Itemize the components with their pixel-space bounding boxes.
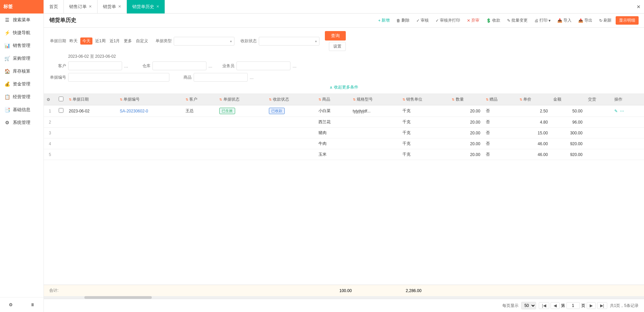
th-gift[interactable]: ⇅ 赠品 [483,94,517,105]
audit-print-button[interactable]: ✓ 审核并打印 [433,16,463,25]
th-doc-date[interactable]: ⇅ 单据日期 [66,94,117,105]
sidebar-item-sys-mgmt[interactable]: ⚙ 系统管理 [0,116,44,129]
doc-num-link[interactable]: SA-20230602-0 [120,109,148,113]
th-delivery-label: 交货 [588,97,596,102]
sort-icon-goods: ⇅ [318,98,321,101]
collect-button[interactable]: 💲 收款 [483,16,503,25]
th-qty[interactable]: ⇅ 数量 [449,94,483,105]
cell-checkbox [56,138,66,149]
goods-input[interactable] [194,73,248,82]
sidebar-item-finance[interactable]: 💰 资金管理 [0,78,44,90]
cell-delivery [585,117,612,128]
sort-icon-receipt: ⇅ [269,98,272,101]
batch-change-button[interactable]: ✎ 批量变更 [504,16,530,25]
audit-button[interactable]: ✓ 审核 [414,16,431,25]
query-button[interactable]: 查询 [325,31,346,41]
th-doc-num[interactable]: ⇅ 单据编号 [117,94,183,105]
sidebar-item-basic-info[interactable]: 📑 基础信息 [0,103,44,116]
sidebar-item-inventory[interactable]: 🏠 库存核算 [0,65,44,78]
tab-sales-order[interactable]: 销售订单 ✕ [64,0,97,14]
horizontal-scrollbar-track[interactable] [44,296,644,299]
page-size-select[interactable]: 50 [521,302,536,309]
sales-rep-dots[interactable]: ... [292,63,297,69]
new-button[interactable]: + 新增 [375,16,392,25]
tab-sales-delivery[interactable]: 销货单 ✕ [97,0,127,14]
customer-input[interactable] [68,61,122,70]
cell-unit: 千克 [400,138,449,149]
th-doc-num-label: 单据编号 [123,97,140,102]
customer-dots[interactable]: ... [124,63,128,69]
next-page-btn[interactable]: ▶ [587,302,596,309]
cell-spec: tyjyjtyjdf... [350,105,400,117]
sidebar-item-quick-nav[interactable]: ⚡ 快捷导航 [0,26,44,39]
cell-doc-num [117,149,183,160]
prev-page-btn[interactable]: ◀ [551,302,560,309]
collapse-button[interactable]: ∧ 收起更多条件 [49,84,639,90]
gear-icon[interactable]: ⚙ [47,97,50,102]
th-doc-status[interactable]: ⇅ 单据状态 [217,94,266,105]
th-goods[interactable]: ⇅ 商品 [316,94,350,105]
date-tab-last7[interactable]: 近1周 [94,37,107,45]
delete-icon: 🗑 [396,18,400,23]
date-tab-yesterday[interactable]: 昨天 [68,37,79,45]
row-checkbox[interactable] [59,108,63,113]
warehouse-input[interactable] [152,61,206,70]
goods-dots[interactable]: ... [250,75,254,80]
customer-filter: 客户 ... [49,61,128,70]
sidebar-item-operations[interactable]: 📋 经营管理 [0,90,44,103]
close-all-tabs-btn[interactable]: ✕ [637,4,641,9]
edit-op-btn[interactable]: ✎ [614,109,618,113]
abandon-button[interactable]: ✕ 弃审 [464,16,482,25]
th-customer[interactable]: ⇅ 客户 [183,94,217,105]
sidebar-item-purchase-mgmt[interactable]: 🛒 采购管理 [0,52,44,65]
print-button[interactable]: 🖨 打印 ▾ [532,16,553,25]
date-tab-custom[interactable]: 自定义 [135,37,149,45]
more-op-btn[interactable]: ⋯ [620,109,624,113]
sales-rep-input[interactable] [236,61,290,70]
doc-type-select[interactable] [174,37,234,46]
horizontal-scrollbar-thumb[interactable] [84,296,152,299]
cell-customer: 王总 [183,105,217,117]
warehouse-dots[interactable]: ... [208,63,213,69]
cell-qty: 20.00 [449,117,483,128]
import-button[interactable]: 📥 导入 [555,16,574,25]
th-receipt-status[interactable]: ⇅ 收款状态 [266,94,316,105]
logo-text: 标签 [3,4,13,10]
tab-sales-history[interactable]: 销货单历史 ✕ [127,0,165,14]
collapse-icon: ∧ [330,85,333,90]
sidebar-settings-btn[interactable]: ⚙ [7,300,15,309]
page-size-label: 每页显示 [502,303,519,309]
date-tab-last-month[interactable]: 近1月 [108,37,121,45]
cell-unit-price: 2.50 [517,105,551,117]
tab-sales-history-close[interactable]: ✕ [156,4,159,9]
refresh-button[interactable]: ↻ 刷新 [596,16,614,25]
set-button[interactable]: 设置 [329,42,346,51]
tab-home[interactable]: 首页 [44,0,64,14]
th-unit-price[interactable]: ⇅ 单价 [517,94,551,105]
delete-button[interactable]: 🗑 删除 [394,16,412,25]
show-detail-button[interactable]: 显示明细 [616,16,639,25]
page-nav: |◀ ◀ 第 页 ▶ ▶| [539,302,607,309]
cell-receipt-status [266,128,316,138]
date-tab-today[interactable]: 今天 [80,37,92,45]
th-unit[interactable]: ⇅ 销售单位 [400,94,449,105]
table-row: 2 西兰花 千克 20.00 否 4.80 96.00 [44,117,644,128]
page-input[interactable] [566,302,580,309]
tab-sales-delivery-close[interactable]: ✕ [118,4,121,9]
last-page-btn[interactable]: ▶| [597,302,607,309]
select-all-checkbox[interactable] [59,97,63,101]
th-spec[interactable]: ⇅ 规格型号 [350,94,400,105]
doc-num-input[interactable] [68,73,169,82]
receipt-status-select[interactable] [259,37,319,46]
sidebar-item-search-menu[interactable]: ☰ 搜索菜单 [0,14,44,26]
first-page-btn[interactable]: |◀ [539,302,549,309]
sidebar-item-sales-mgmt[interactable]: 📊 销售管理 [0,39,44,52]
cell-doc-date [66,128,117,138]
tab-sales-order-close[interactable]: ✕ [89,4,92,9]
audit-icon: ✓ [416,18,420,23]
th-gear[interactable]: ⚙ [44,94,56,105]
date-tab-more[interactable]: 更多 [122,37,133,45]
cell-spec [350,138,400,149]
sidebar-pause-btn[interactable]: ⏸ [28,300,37,309]
export-button[interactable]: 📤 导出 [576,16,595,25]
